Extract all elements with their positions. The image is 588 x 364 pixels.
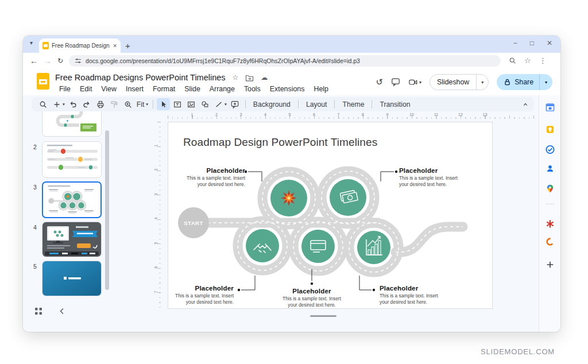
version-history-icon[interactable]: ↺ [376, 77, 383, 87]
menu-format[interactable]: Format [149, 84, 179, 94]
maps-icon[interactable] [545, 184, 555, 196]
slide-thumbnail-4[interactable] [42, 222, 102, 257]
window-minimize-button[interactable]: − [513, 39, 517, 47]
grid-view-button[interactable] [34, 307, 42, 317]
forward-button[interactable]: → [44, 57, 52, 65]
move-folder-icon[interactable] [245, 74, 254, 82]
canvas-horizontal-scrollbar[interactable] [310, 315, 336, 317]
page-background: ▾ Free Roadmap Designs PowerP ✕ + − □ ✕ … [0, 0, 588, 364]
zoom-icon[interactable] [122, 98, 135, 110]
background-button[interactable]: Background [249, 100, 295, 109]
slide-thumbnail-5[interactable] [42, 261, 102, 296]
menu-slide[interactable]: Slide [180, 84, 204, 94]
tasks-icon[interactable] [545, 145, 555, 157]
menu-view[interactable]: View [97, 84, 121, 94]
slideshow-button[interactable]: Slideshow ▾ [430, 74, 489, 90]
url-input[interactable]: docs.google.com/presentation/d/1oU9MFrrs… [69, 55, 501, 67]
slide-thumbnail-1[interactable] [42, 109, 102, 137]
toolbar: ▾ Fit ▾ ▾ Backgro [32, 97, 534, 111]
contacts-icon[interactable] [545, 164, 555, 176]
star-document-icon[interactable]: ☆ [233, 74, 239, 81]
filmstrip-scrollbar[interactable] [105, 130, 109, 290]
addon-swirl-icon[interactable] [546, 237, 555, 249]
cloud-status-icon[interactable]: ☁ [261, 74, 268, 81]
menu-insert[interactable]: Insert [122, 84, 148, 94]
back-button[interactable]: ← [30, 57, 38, 65]
lock-icon [504, 78, 511, 86]
print-icon[interactable] [94, 98, 107, 110]
placeholder-bottom-left[interactable]: Placeholder This is a sample text. Inser… [175, 285, 234, 305]
undo-icon[interactable] [67, 98, 80, 110]
insert-comment-icon[interactable] [229, 98, 242, 110]
meet-caret-icon[interactable]: ▾ [419, 80, 421, 85]
placeholder-bottom-center[interactable]: Placeholder This is a sample text. Inser… [277, 288, 346, 308]
new-tab-button[interactable]: + [125, 41, 130, 50]
insert-image-icon[interactable] [184, 98, 198, 110]
menu-arrange[interactable]: Arrange [206, 84, 239, 94]
paint-format-icon[interactable] [108, 98, 121, 110]
search-menus-icon[interactable] [36, 98, 49, 110]
placeholder-body: This is a sample text. Insertyour desire… [175, 293, 234, 305]
window-maximize-button[interactable]: □ [530, 39, 534, 47]
roadmap-graphic[interactable]: START [168, 122, 493, 309]
zoom-fit-caret-icon[interactable]: ▾ [146, 102, 148, 107]
menu-extensions[interactable]: Extensions [266, 84, 309, 94]
addon-asterisk-icon[interactable] [546, 219, 555, 231]
slides-home-icon[interactable] [37, 73, 49, 90]
refresh-button[interactable]: ↻ [57, 57, 63, 64]
zoom-fit-select[interactable]: Fit [136, 100, 147, 109]
zoom-page-icon[interactable] [509, 57, 516, 64]
get-addons-button[interactable] [546, 260, 555, 272]
slide-number: 2 [33, 144, 41, 150]
redo-icon[interactable] [80, 98, 94, 110]
slide-thumbnail-3-selected[interactable] [42, 181, 102, 218]
collapse-filmstrip-icon[interactable] [59, 307, 65, 317]
transition-button[interactable]: Transition [376, 100, 414, 109]
placeholder-body: This is a sample text. Insertyour desire… [174, 175, 245, 188]
meet-camera-button[interactable]: ▾ [408, 78, 421, 87]
browser-tab[interactable]: Free Roadmap Designs PowerP ✕ [39, 38, 121, 53]
new-slide-caret-icon[interactable]: ▾ [63, 102, 65, 107]
site-info-icon[interactable] [75, 57, 82, 64]
layout-button[interactable]: Layout [302, 100, 331, 109]
placeholder-bottom-right[interactable]: Placeholder This is a sample text. Inser… [380, 285, 444, 305]
share-button[interactable]: Share ▾ [497, 74, 552, 90]
select-tool-icon[interactable] [157, 98, 170, 110]
slide-thumbnail-art [42, 142, 101, 177]
placeholder-title: Placeholder [277, 288, 346, 295]
bookmark-star-icon[interactable]: ☆ [524, 56, 531, 65]
slide-thumbnail-2[interactable] [42, 141, 102, 178]
watermark: SLIDEMODEL.COM [481, 347, 555, 356]
tab-close-icon[interactable]: ✕ [113, 43, 117, 49]
calendar-icon[interactable] [545, 102, 555, 114]
insert-line-icon[interactable] [212, 98, 225, 110]
slides-header: Free Roadmap Designs PowerPoint Timeline… [23, 68, 560, 95]
tab-search-chevron-icon[interactable]: ▾ [30, 40, 33, 46]
document-title[interactable]: Free Roadmap Designs PowerPoint Timeline… [55, 73, 226, 82]
insert-shape-icon[interactable] [198, 98, 211, 110]
menu-edit[interactable]: Edit [76, 84, 96, 94]
menu-tools[interactable]: Tools [240, 84, 265, 94]
theme-button[interactable]: Theme [338, 100, 368, 109]
window-close-button[interactable]: ✕ [547, 39, 552, 47]
placeholder-body: This is a sample text. Insertyour desire… [399, 175, 474, 188]
collapse-toolbar-icon[interactable] [521, 100, 529, 109]
insert-line-caret-icon[interactable]: ▾ [225, 102, 227, 107]
slide-thumbnail-art [43, 183, 100, 217]
share-dropdown-icon[interactable]: ▾ [539, 74, 552, 90]
text-box-icon[interactable] [171, 98, 184, 110]
slideshow-dropdown-icon[interactable]: ▾ [476, 75, 488, 90]
placeholder-top-left[interactable]: Placeholder This is a sample text. Inser… [174, 167, 245, 188]
menu-file[interactable]: File [55, 84, 75, 94]
slide-canvas[interactable]: Roadmap Design PowerPoint Timelines [168, 122, 493, 309]
browser-menu-icon[interactable]: ⋮ [539, 56, 547, 65]
placeholder-title: Placeholder [174, 167, 245, 174]
ruler-horizontal: 12345678910111213 [168, 112, 534, 119]
menu-help[interactable]: Help [310, 84, 332, 94]
comments-icon[interactable] [391, 78, 400, 87]
tab-title: Free Roadmap Designs PowerP [52, 42, 110, 49]
new-slide-icon[interactable] [50, 98, 63, 110]
keep-icon[interactable] [545, 125, 555, 137]
placeholder-top-right[interactable]: Placeholder This is a sample text. Inser… [399, 167, 474, 188]
slide-thumbnail-art [42, 261, 101, 296]
